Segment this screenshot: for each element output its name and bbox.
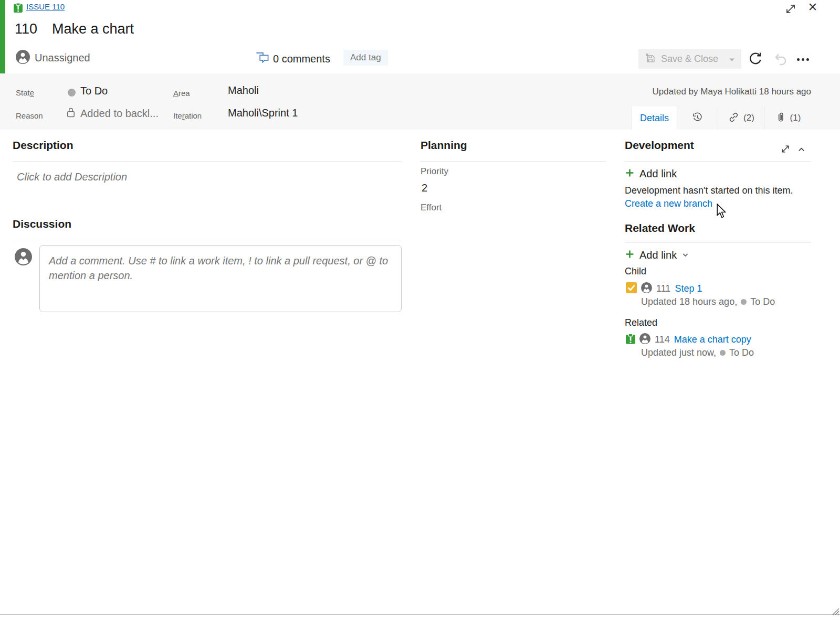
iteration-value[interactable]: Maholi\Sprint 1 [228,107,298,119]
related-item-id: 111 [656,283,670,294]
related-item-row: 114 Make a chart copy [626,333,751,346]
state-dot [720,350,726,356]
divider [625,161,811,162]
priority-label: Priority [421,166,448,177]
development-collapse-chevron-icon[interactable] [797,146,806,154]
links-icon [728,111,740,125]
description-heading: Description [13,139,74,152]
development-status-text: Development hasn't started on this item. [625,185,793,196]
refresh-icon[interactable] [748,51,763,67]
related-item-link[interactable]: Make a chart copy [674,334,751,345]
assignee-name: Unassigned [35,52,90,64]
area-value[interactable]: Maholi [228,84,259,97]
related-work-add-link-button[interactable]: Add link [625,249,689,261]
mouse-cursor [717,204,728,221]
divider [421,161,606,162]
work-item-dialog: ISSUE 110 × 110Make a chart Unassigned 0… [0,0,840,618]
description-placeholder[interactable]: Click to add Description [17,171,127,183]
link-group-related-label: Related [625,317,657,328]
development-heading: Development [625,139,694,152]
more-actions-icon[interactable] [797,52,816,66]
work-item-title-text: Make a chart [52,21,134,37]
expand-dialog-icon[interactable] [784,3,797,15]
link-group-child-label: Child [625,266,646,277]
plus-icon [625,250,634,261]
tab-bar: Details (2) (1) [632,106,811,130]
development-add-link-button[interactable]: Add link [625,168,677,180]
create-branch-link[interactable]: Create a new branch [625,198,712,209]
close-dialog-icon[interactable]: × [805,0,821,15]
priority-value[interactable]: 2 [422,182,427,194]
issue-breadcrumb-link[interactable]: ISSUE 110 [26,2,65,11]
plus-icon [625,168,634,179]
avatar [639,333,650,346]
history-icon [691,111,704,125]
state-dot [741,299,747,305]
attachments-count: (1) [790,113,801,123]
related-item-meta: Updated 18 hours ago, To Do [641,296,775,307]
save-icon [645,52,656,66]
effort-label: Effort [421,203,442,213]
related-item-link[interactable]: Step 1 [675,283,702,294]
discussion-heading: Discussion [13,218,71,230]
comment-input[interactable]: Add a comment. Use # to link a work item… [39,245,402,312]
avatar [15,248,32,268]
assignee-picker[interactable]: Unassigned [16,50,90,66]
reason-value[interactable]: Added to backl... [80,108,159,120]
divider [13,240,402,240]
state-label: State [16,88,34,97]
work-item-title[interactable]: 110Make a chart [15,21,134,37]
work-item-id: 110 [15,21,37,37]
avatar [16,50,30,66]
development-expand-icon[interactable] [780,144,791,154]
tab-links[interactable]: (2) [718,106,764,130]
tab-history[interactable] [677,106,718,130]
related-item-row: 111 Step 1 [626,282,702,295]
chevron-down-icon [682,251,689,260]
reason-label: Reason [16,111,43,120]
resize-grip[interactable] [830,606,839,617]
undo-icon [772,51,788,67]
issue-type-icon [626,333,635,346]
related-work-heading: Related Work [625,222,695,235]
save-close-label: Save & Close [661,54,718,65]
state-value[interactable]: To Do [80,85,108,97]
save-close-button[interactable]: Save & Close [638,49,741,69]
comment-placeholder: Add a comment. Use # to link a work item… [49,253,392,283]
comments-count-label: 0 comments [273,53,330,65]
planning-heading: Planning [421,139,467,152]
iteration-label: Iteration [173,111,202,120]
area-label: Area [173,89,190,98]
work-item-type-color-bar [0,0,5,73]
issue-type-icon [14,3,23,15]
related-item-meta: Updated just now, To Do [641,347,754,358]
tab-details[interactable]: Details [632,106,677,130]
window-bottom-border [0,614,840,615]
comments-button[interactable]: 0 comments [256,52,330,66]
add-tag-button[interactable]: Add tag [343,50,388,66]
comments-icon [256,52,269,66]
divider [13,161,402,162]
task-type-icon [626,282,637,295]
state-dot [68,89,76,97]
save-options-caret-icon[interactable] [729,55,735,64]
updated-by-text: Updated by Maya Holikatti 18 hours ago [653,87,811,97]
lock-icon [67,107,75,120]
paperclip-icon [775,111,786,125]
related-item-id: 114 [655,334,670,345]
tab-attachments[interactable]: (1) [764,106,811,130]
links-count: (2) [743,113,754,123]
divider [625,242,811,243]
avatar [641,282,652,295]
